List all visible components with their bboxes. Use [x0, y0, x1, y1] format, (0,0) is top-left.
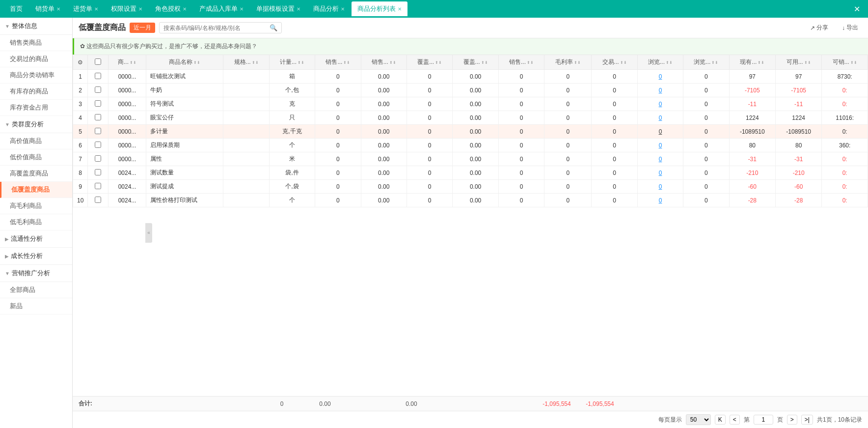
row-name[interactable]: 属性	[146, 152, 223, 166]
row-browse1[interactable]: 0	[637, 125, 683, 139]
sidebar-item-capital[interactable]: 库存资金占用	[0, 100, 72, 116]
sidebar-section-growth[interactable]: ▶ 成长性分析	[0, 248, 72, 265]
sidebar-item-high-coverage[interactable]: 高覆盖度商品	[0, 166, 72, 182]
row-browse1[interactable]: 0	[637, 70, 683, 84]
row-checkbox[interactable]	[88, 111, 108, 125]
row-checkbox[interactable]	[88, 70, 108, 84]
row-spec	[223, 194, 269, 207]
row-name[interactable]: 测试提成	[146, 180, 223, 194]
browse2-column-header[interactable]: 浏览...⬆⬇	[683, 55, 729, 70]
search-input[interactable]	[163, 25, 270, 31]
sidebar-item-high-margin[interactable]: 高毛利商品	[0, 198, 72, 214]
current-stock-column-header[interactable]: 现有...⬆⬇	[729, 55, 775, 70]
coverage2-column-header[interactable]: 覆盖...⬆⬇	[453, 55, 498, 70]
tab-finished-goods[interactable]: 产成品入库单 ✕	[193, 1, 249, 16]
code-column-header[interactable]: 商...⬆⬇	[108, 55, 146, 70]
tab-product-analysis-list[interactable]: 商品分析列表 ✕	[352, 1, 407, 16]
row-checkbox[interactable]	[88, 194, 108, 207]
last-page-button[interactable]: >|	[801, 415, 813, 425]
sidebar-item-sales-goods[interactable]: 销售类商品	[0, 35, 72, 51]
select-all-checkbox[interactable]	[95, 58, 101, 65]
close-icon[interactable]: ✕	[56, 6, 60, 12]
row-browse1[interactable]: 0	[637, 84, 683, 97]
row-name[interactable]: 牛奶	[146, 84, 223, 97]
row-browse1[interactable]: 0	[637, 97, 683, 111]
sidebar-section-marketing[interactable]: ▼ 营销推广分析	[0, 265, 72, 282]
window-close-button[interactable]: ✕	[850, 4, 864, 14]
row-name[interactable]: 多计量	[146, 125, 223, 139]
sidebar-section-cluster[interactable]: ▼ 类群度分析	[0, 116, 72, 133]
close-icon[interactable]: ✕	[240, 6, 244, 12]
close-icon[interactable]: ✕	[341, 6, 345, 12]
saleable-column-header[interactable]: 可销...⬆⬇	[822, 55, 868, 70]
page-input[interactable]	[754, 415, 773, 425]
sidebar-item-low-margin[interactable]: 低毛利商品	[0, 214, 72, 230]
close-icon[interactable]: ✕	[138, 6, 142, 12]
tab-template-settings[interactable]: 单据模板设置 ✕	[250, 1, 306, 16]
coverage1-column-header[interactable]: 覆盖...⬆⬇	[407, 55, 453, 70]
row-browse1[interactable]: 0	[637, 194, 683, 207]
per-page-select[interactable]: 50 20 100	[686, 414, 711, 425]
tab-sales-order[interactable]: 销货单 ✕	[29, 1, 66, 16]
sales-qty-column-header[interactable]: 销售...⬆⬇	[315, 55, 361, 70]
gross-margin-column-header[interactable]: 毛利率⬆⬇	[544, 55, 592, 70]
row-name[interactable]: 眼宝公仔	[146, 111, 223, 125]
row-name[interactable]: 属性价格打印测试	[146, 194, 223, 207]
row-name[interactable]: 符号测试	[146, 97, 223, 111]
tab-product-analysis[interactable]: 商品分析 ✕	[307, 1, 351, 16]
row-unit: 只	[269, 111, 315, 125]
name-column-header[interactable]: 商品名称⬆⬇	[146, 55, 223, 70]
sidebar-item-low-value[interactable]: 低价值商品	[0, 149, 72, 166]
sidebar-item-all-goods[interactable]: 全部商品	[0, 282, 72, 298]
browse1-column-header[interactable]: 浏览...⬆⬇	[637, 55, 683, 70]
tab-permissions[interactable]: 权限设置 ✕	[105, 1, 148, 16]
period-button[interactable]: 近一月	[130, 23, 155, 33]
sidebar-collapse-button[interactable]: «	[145, 223, 152, 243]
export-button[interactable]: ↓ 导出	[838, 22, 862, 34]
sales-order-column-header[interactable]: 销售...⬆⬇	[498, 55, 544, 70]
tab-purchase[interactable]: 进货单 ✕	[67, 1, 104, 16]
close-icon[interactable]: ✕	[297, 6, 300, 12]
sidebar-section-liquidity[interactable]: ▶ 流通性分析	[0, 230, 72, 248]
row-checkbox[interactable]	[88, 166, 108, 180]
next-page-button[interactable]: >	[787, 415, 797, 425]
share-button[interactable]: ↗ 分享	[806, 22, 832, 34]
row-name[interactable]: 启用保质期	[146, 139, 223, 152]
close-icon[interactable]: ✕	[398, 6, 402, 12]
row-spec	[223, 180, 269, 194]
unit-column-header[interactable]: 计量...⬆⬇	[269, 55, 315, 70]
settings-column-header[interactable]: ⚙	[73, 55, 88, 70]
row-checkbox[interactable]	[88, 97, 108, 111]
row-browse1[interactable]: 0	[637, 166, 683, 180]
row-browse1[interactable]: 0	[637, 139, 683, 152]
first-page-button[interactable]: K	[715, 415, 726, 425]
tab-home[interactable]: 首页	[4, 1, 28, 16]
sidebar-item-high-value[interactable]: 高价值商品	[0, 133, 72, 149]
row-name[interactable]: 测试数量	[146, 166, 223, 180]
row-checkbox[interactable]	[88, 152, 108, 166]
checkbox-column-header[interactable]	[88, 55, 108, 70]
available-stock-column-header[interactable]: 可用...⬆⬇	[776, 55, 822, 70]
sidebar-item-new-goods[interactable]: 新品	[0, 298, 72, 314]
sales-amount-column-header[interactable]: 销售...⬆⬇	[361, 55, 407, 70]
sidebar-item-traded-goods[interactable]: 交易过的商品	[0, 51, 72, 67]
row-browse1[interactable]: 0	[637, 152, 683, 166]
close-icon[interactable]: ✕	[183, 6, 187, 12]
tab-roles[interactable]: 角色授权 ✕	[149, 1, 192, 16]
sidebar-section-overall[interactable]: ▼ 整体信息	[0, 18, 72, 35]
sidebar-item-low-coverage[interactable]: 低覆盖度商品	[0, 182, 72, 198]
row-browse1[interactable]: 0	[637, 180, 683, 194]
sidebar-item-category-turnover[interactable]: 商品分类动销率	[0, 67, 72, 84]
spec-column-header[interactable]: 规格...⬆⬇	[223, 55, 269, 70]
search-box[interactable]: 🔍	[159, 22, 282, 33]
transaction-column-header[interactable]: 交易...⬆⬇	[592, 55, 637, 70]
row-checkbox[interactable]	[88, 139, 108, 152]
prev-page-button[interactable]: <	[730, 415, 740, 425]
row-checkbox[interactable]	[88, 84, 108, 97]
row-checkbox[interactable]	[88, 180, 108, 194]
row-browse1[interactable]: 0	[637, 111, 683, 125]
row-name[interactable]: 旺铺批次测试	[146, 70, 223, 84]
close-icon[interactable]: ✕	[94, 6, 98, 12]
row-checkbox[interactable]	[88, 125, 108, 139]
sidebar-item-stock-goods[interactable]: 有库存的商品	[0, 84, 72, 100]
